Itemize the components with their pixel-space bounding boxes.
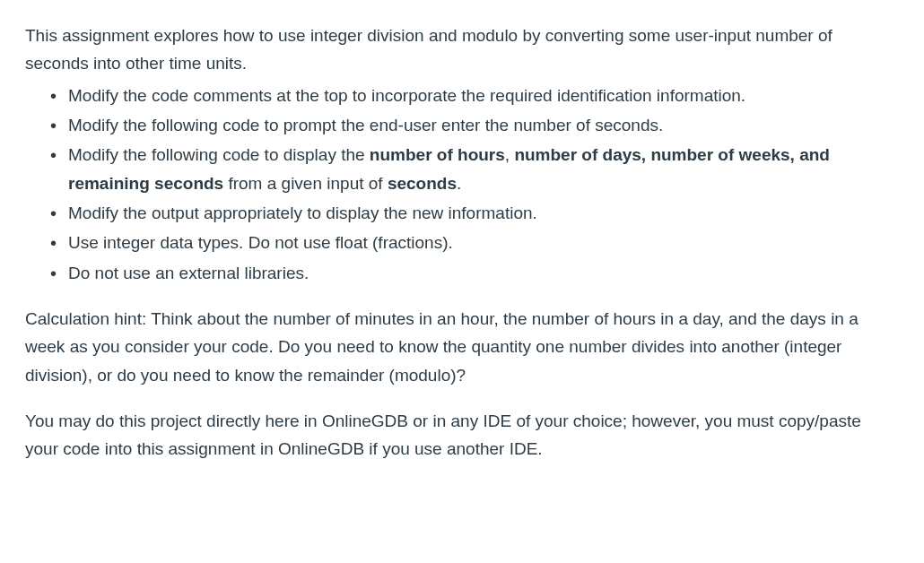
- list-item-text: Modify the output appropriately to displ…: [68, 204, 537, 222]
- list-item-text: Modify the following code to display the: [68, 145, 370, 164]
- footer-paragraph: You may do this project directly here in…: [25, 407, 899, 463]
- bold-text: seconds: [388, 174, 457, 193]
- list-item-text: ,: [505, 145, 515, 164]
- requirements-list: Modify the code comments at the top to i…: [25, 82, 899, 287]
- list-item-text: Do not use an external libraries.: [68, 264, 309, 282]
- list-item: Modify the following code to prompt the …: [50, 111, 899, 139]
- list-item: Modify the output appropriately to displ…: [50, 199, 899, 227]
- intro-paragraph: This assignment explores how to use inte…: [25, 22, 899, 78]
- list-item-text: Modify the code comments at the top to i…: [68, 86, 745, 105]
- hint-paragraph: Calculation hint: Think about the number…: [25, 305, 899, 389]
- list-item: Use integer data types. Do not use float…: [50, 229, 899, 256]
- list-item-text: from a given input of: [223, 174, 388, 193]
- list-item: Modify the following code to display the…: [50, 141, 899, 197]
- list-item-text: Modify the following code to prompt the …: [68, 116, 663, 134]
- list-item-text: .: [457, 174, 461, 193]
- bold-text: number of hours: [370, 145, 505, 164]
- list-item: Do not use an external libraries.: [50, 259, 899, 287]
- list-item-text: Use integer data types. Do not use float…: [68, 233, 453, 252]
- list-item: Modify the code comments at the top to i…: [50, 82, 899, 109]
